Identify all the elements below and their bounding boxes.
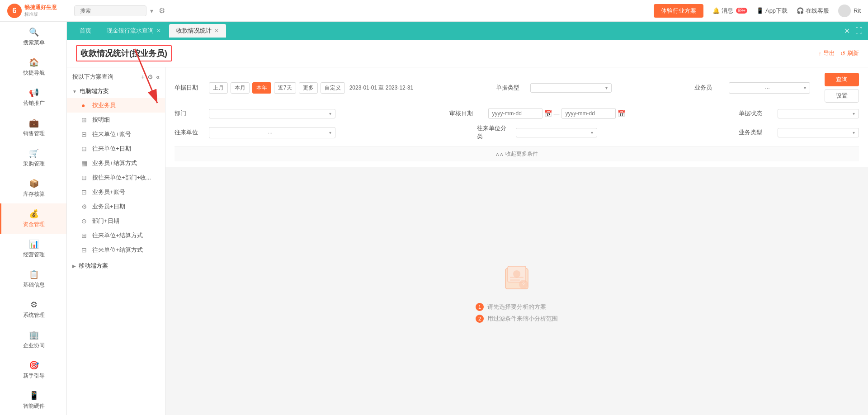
- review-date-end[interactable]: [561, 108, 616, 119]
- counterpart-dept-icon: ⊟: [81, 174, 89, 181]
- scheme-item-by-salesperson[interactable]: ● 按业务员: [67, 98, 165, 113]
- win-close-icon[interactable]: ✕: [844, 27, 850, 35]
- empty-step-1: 1 请先选择要分析的方案: [476, 303, 558, 311]
- sidebar-label-smart-hardware: 智能硬件: [23, 402, 45, 410]
- date-btn-this-month[interactable]: 本月: [231, 82, 250, 94]
- date-btn-last-month[interactable]: 上月: [209, 82, 228, 94]
- sidebar-item-inventory[interactable]: 📦 库存核算: [0, 173, 66, 203]
- collapse-row[interactable]: ∧∧ 收起更多条件: [175, 146, 859, 161]
- date-label: 单据日期: [175, 84, 202, 92]
- add-scheme-icon[interactable]: +: [141, 73, 145, 80]
- tab-collection-stat-close[interactable]: ✕: [214, 28, 219, 34]
- scheme-item-dept-date[interactable]: ⊙ 部门+日期: [67, 214, 165, 228]
- left-panel: 按以下方案查询 + ⚙ « ▼ 电脑端方案 ● 按业务员: [67, 67, 165, 415]
- app-download-area[interactable]: 📱 App下载: [756, 7, 788, 15]
- scheme-group-mobile-header[interactable]: ▶ 移动端方案: [67, 259, 165, 273]
- filter-row-3: 往来单位 ··· ▾ 往来单位分类 ▾ 业务类型: [175, 124, 859, 141]
- export-button[interactable]: ↑ 导出: [819, 49, 835, 57]
- refresh-button[interactable]: ↺ 刷新: [840, 49, 859, 57]
- date-btn-more[interactable]: 更多: [299, 82, 318, 94]
- date-btn-7days[interactable]: 近7天: [274, 82, 296, 94]
- date-btn-this-year[interactable]: 本年: [252, 82, 271, 94]
- tab-bank-flow-close[interactable]: ✕: [156, 28, 161, 34]
- svg-point-2: [513, 270, 520, 278]
- content-area: 首页 现金银行流水查询 ✕ 收款情况统计 ✕ ✕ ⛶ 收款情况统计(按业务员) …: [67, 22, 868, 415]
- headset-icon: 🎧: [797, 7, 804, 14]
- panel-collapse-icon[interactable]: «: [156, 73, 160, 80]
- settings-button[interactable]: 设置: [825, 89, 859, 103]
- operations-icon: 📊: [29, 239, 39, 249]
- settings-icon[interactable]: ⚙: [159, 6, 165, 15]
- scheme-item-by-detail[interactable]: ⊞ 按明细: [67, 113, 165, 127]
- date-btn-custom[interactable]: 自定义: [321, 82, 345, 94]
- empty-illustration: ?: [499, 259, 535, 296]
- tab-home-label: 首页: [80, 27, 91, 35]
- sidebar-item-smart-hardware[interactable]: 📱 智能硬件: [0, 385, 66, 415]
- online-service-area[interactable]: 🎧 在线客服: [797, 7, 829, 15]
- tab-collection-stat[interactable]: 收款情况统计 ✕: [169, 24, 226, 38]
- scheme-item-counterpart-date[interactable]: ⊟ 往来单位+日期: [67, 141, 165, 156]
- scheme-settings-icon[interactable]: ⚙: [147, 73, 153, 80]
- salesperson-select[interactable]: ··· ▾: [729, 82, 810, 94]
- sidebar-label-sales: 销售管理: [23, 130, 45, 137]
- dept-select[interactable]: ▾: [209, 109, 335, 118]
- bell-icon: 🔔: [712, 7, 720, 14]
- scheme-label-counterpart-settlement1: 往来单位+结算方式: [92, 231, 143, 240]
- doc-status-select[interactable]: ▾: [778, 109, 859, 118]
- sidebar-item-newbie[interactable]: 🎯 新手引导: [0, 355, 66, 385]
- notification-area[interactable]: 🔔 消息 99+: [712, 7, 747, 15]
- doc-type-chevron: ▾: [605, 85, 608, 90]
- salesperson-settlement-icon: ▦: [81, 160, 89, 167]
- scheme-item-counterpart-settlement1[interactable]: ⊞ 往来单位+结算方式: [67, 228, 165, 243]
- sidebar-item-purchase[interactable]: 🛒 采购管理: [0, 143, 66, 173]
- tab-bank-flow[interactable]: 现金银行流水查询 ✕: [99, 24, 168, 38]
- search-dropdown-icon[interactable]: ▾: [150, 7, 153, 14]
- trial-button[interactable]: 体验行业方案: [654, 4, 703, 18]
- top-bar: 6 畅捷通好生意 标准版 ▾ ⚙ 体验行业方案 🔔 消息 99+ 📱 App下载…: [0, 0, 868, 22]
- scheme-item-counterpart-account[interactable]: ⊟ 往来单位+账号: [67, 127, 165, 141]
- svg-rect-3: [510, 277, 524, 278]
- page-title: 收款情况统计(按业务员): [76, 45, 172, 61]
- doc-type-select[interactable]: ▾: [530, 83, 612, 93]
- sidebar-item-operations[interactable]: 📊 经营管理: [0, 234, 66, 264]
- doc-status-label: 单据状态: [739, 109, 770, 118]
- scheme-group-mobile: ▶ 移动端方案: [67, 259, 165, 273]
- desktop-group-label: 电脑端方案: [80, 87, 109, 95]
- counterpart-dots[interactable]: ···: [268, 129, 273, 136]
- review-date-start[interactable]: [488, 108, 542, 119]
- filter-section: 单据日期 上月 本月 本年 近7天 更多 自定义 2023-01-01 至 20…: [165, 67, 868, 167]
- business-type-select[interactable]: ▾: [778, 128, 859, 137]
- scheme-label-by-salesperson: 按业务员: [92, 101, 116, 109]
- sidebar-item-enterprise[interactable]: 🏢 企业协同: [0, 325, 66, 355]
- salesperson-dots[interactable]: ···: [765, 85, 770, 91]
- sidebar-item-search-menu[interactable]: 🔍 搜索菜单: [0, 22, 66, 52]
- scheme-item-salesperson-settlement[interactable]: ▦ 业务员+结算方式: [67, 156, 165, 170]
- scheme-item-counterpart-settlement2[interactable]: ⊟ 往来单位+结算方式: [67, 243, 165, 257]
- sidebar-item-sales[interactable]: 💼 销售管理: [0, 113, 66, 143]
- win-maximize-icon[interactable]: ⛶: [855, 27, 863, 35]
- sidebar-item-basic-info[interactable]: 📋 基础信息: [0, 264, 66, 294]
- dept-date-icon: ⊙: [81, 217, 89, 225]
- scheme-item-counterpart-dept-collect[interactable]: ⊟ 按往来单位+部门+收...: [67, 170, 165, 185]
- counterpart-category-select[interactable]: ▾: [516, 128, 597, 137]
- calendar-start-icon[interactable]: 📅: [544, 110, 552, 117]
- sales-icon: 💼: [29, 118, 39, 128]
- scheme-group-desktop-header[interactable]: ▼ 电脑端方案: [67, 85, 165, 98]
- search-input[interactable]: [74, 5, 146, 16]
- tab-home[interactable]: 首页: [72, 24, 99, 38]
- calendar-end-icon[interactable]: 📅: [618, 110, 625, 117]
- step-1-text: 请先选择要分析的方案: [487, 303, 546, 311]
- main-content: 按以下方案查询 + ⚙ « ▼ 电脑端方案 ● 按业务员: [67, 67, 868, 415]
- counterpart-select[interactable]: ··· ▾: [209, 127, 335, 138]
- query-button[interactable]: 查询: [825, 73, 859, 86]
- sidebar-item-system[interactable]: ⚙ 系统管理: [0, 294, 66, 325]
- scheme-item-salesperson-account[interactable]: ⊡ 业务员+账号: [67, 185, 165, 199]
- scheme-item-salesperson-date[interactable]: ⚙ 业务员+日期: [67, 199, 165, 214]
- sidebar-item-quick-nav[interactable]: 🏠 快捷导航: [0, 52, 66, 82]
- sidebar: 🔍 搜索菜单 🏠 快捷导航 📢 营销推广 💼 销售管理 🛒 采购管理 📦 库存核…: [0, 22, 67, 415]
- user-profile[interactable]: Rit: [838, 5, 861, 17]
- sidebar-label-operations: 经营管理: [23, 251, 45, 259]
- sidebar-item-marketing[interactable]: 📢 营销推广: [0, 82, 66, 113]
- counterpart-category-label: 往来单位分类: [477, 124, 509, 141]
- sidebar-item-finance[interactable]: 💰 资金管理: [0, 203, 66, 234]
